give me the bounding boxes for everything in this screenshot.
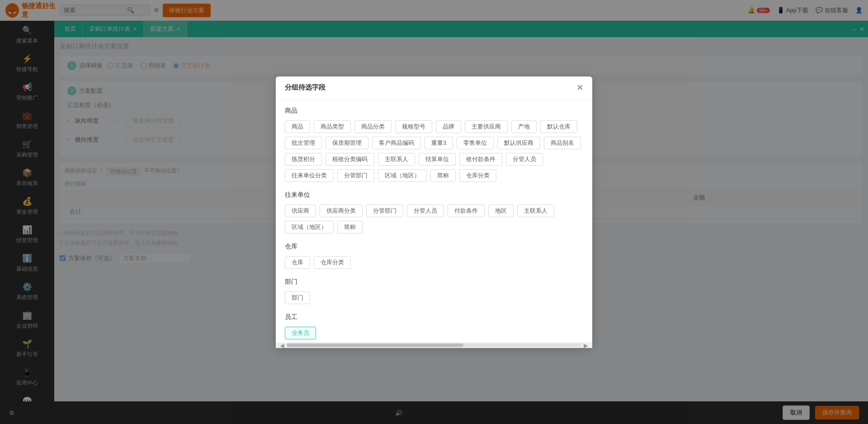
group-title-warehouse: 仓库 bbox=[285, 243, 583, 251]
chip-sup-short[interactable]: 简称 bbox=[337, 221, 363, 233]
field-chips-dept: 部门 bbox=[285, 291, 583, 304]
chip-sup-dept[interactable]: 分管部门 bbox=[366, 205, 403, 217]
chip-dept-mgmt[interactable]: 分管部门 bbox=[337, 169, 374, 182]
chip-short-name[interactable]: 简称 bbox=[430, 169, 456, 182]
field-select-modal: 分组待选字段 ✕ 商品 商品 商品类型 商品分类 规格型号 品牌 主要供应商 产… bbox=[276, 76, 592, 348]
chip-warehouse-category[interactable]: 仓库分类 bbox=[459, 169, 496, 182]
chip-supplier-category[interactable]: 供应商分类 bbox=[320, 205, 363, 217]
modal-close-button[interactable]: ✕ bbox=[576, 83, 583, 93]
modal-header: 分组待选字段 ✕ bbox=[276, 76, 592, 100]
group-title-dept: 部门 bbox=[285, 278, 583, 286]
field-group-warehouse: 仓库 仓库 仓库分类 bbox=[285, 243, 583, 269]
scroll-right-btn[interactable]: ▶ bbox=[581, 342, 590, 349]
chip-sales-rep[interactable]: 业务员 bbox=[285, 327, 316, 339]
chip-weight3[interactable]: 重量3 bbox=[425, 137, 453, 149]
chip-main-contact[interactable]: 主联系人 bbox=[378, 153, 415, 166]
chip-supervisor[interactable]: 分管人员 bbox=[506, 153, 543, 166]
chip-warehouse[interactable]: 仓库 bbox=[285, 256, 310, 269]
field-group-dept: 部门 部门 bbox=[285, 278, 583, 304]
chip-batch-mgmt[interactable]: 批次管理 bbox=[285, 137, 322, 149]
chip-tax-code[interactable]: 税收分类编码 bbox=[326, 153, 374, 166]
chip-goods[interactable]: 商品 bbox=[285, 120, 310, 133]
field-chips-goods: 商品 商品类型 商品分类 规格型号 品牌 主要供应商 产地 默认仓库 批次管理 … bbox=[285, 120, 583, 182]
group-title-partner: 往来单位 bbox=[285, 191, 583, 199]
chip-contact[interactable]: 主联系人 bbox=[517, 205, 554, 217]
modal-h-scrollbar[interactable]: ◀ ▶ bbox=[276, 343, 592, 348]
chip-customer-code[interactable]: 客户商品编码 bbox=[372, 137, 421, 149]
chip-area[interactable]: 地区 bbox=[488, 205, 514, 217]
modal-title: 分组待选字段 bbox=[285, 83, 326, 92]
field-chips-warehouse: 仓库 仓库分类 bbox=[285, 256, 583, 269]
chip-payment-terms[interactable]: 收付款条件 bbox=[459, 153, 502, 166]
chip-dept[interactable]: 部门 bbox=[285, 291, 310, 304]
h-scrollbar-track[interactable] bbox=[287, 343, 581, 347]
chip-region[interactable]: 区域（地区） bbox=[378, 169, 427, 182]
chip-retail-unit[interactable]: 零售单位 bbox=[457, 137, 494, 149]
scroll-left-btn[interactable]: ◀ bbox=[278, 342, 287, 349]
chip-expiry-mgmt[interactable]: 保质期管理 bbox=[326, 137, 368, 149]
field-chips-partner: 供应商 供应商分类 分管部门 分管人员 付款条件 地区 主联系人 区域（地区） … bbox=[285, 205, 583, 233]
chip-partner-category[interactable]: 往来单位分类 bbox=[285, 169, 334, 182]
chip-supplier[interactable]: 供应商 bbox=[285, 205, 316, 217]
chip-goods-category[interactable]: 商品分类 bbox=[354, 120, 392, 133]
field-group-goods: 商品 商品 商品类型 商品分类 规格型号 品牌 主要供应商 产地 默认仓库 批次… bbox=[285, 107, 583, 182]
chip-warehouse-cat[interactable]: 仓库分类 bbox=[314, 256, 351, 269]
chip-sup-person[interactable]: 分管人员 bbox=[407, 205, 444, 217]
chip-default-warehouse[interactable]: 默认仓库 bbox=[540, 120, 577, 133]
chip-settle-unit[interactable]: 结算单位 bbox=[419, 153, 456, 166]
modal-body[interactable]: 商品 商品 商品类型 商品分类 规格型号 品牌 主要供应商 产地 默认仓库 批次… bbox=[276, 100, 592, 343]
chip-brand[interactable]: 品牌 bbox=[436, 120, 461, 133]
chip-goods-alias[interactable]: 商品别名 bbox=[544, 137, 581, 149]
chip-payment-cond[interactable]: 付款条件 bbox=[448, 205, 485, 217]
chip-main-supplier[interactable]: 主要供应商 bbox=[465, 120, 508, 133]
group-title-employee: 员工 bbox=[285, 313, 583, 321]
chip-origin[interactable]: 产地 bbox=[511, 120, 537, 133]
field-chips-employee: 业务员 bbox=[285, 327, 583, 339]
chip-default-supplier[interactable]: 默认供应商 bbox=[497, 137, 540, 149]
modal-overlay: 分组待选字段 ✕ 商品 商品 商品类型 商品分类 规格型号 品牌 主要供应商 产… bbox=[0, 0, 868, 424]
chip-pick-score[interactable]: 拣货积分 bbox=[285, 153, 322, 166]
group-title-goods: 商品 bbox=[285, 107, 583, 115]
chip-sup-region[interactable]: 区域（地区） bbox=[285, 221, 334, 233]
chip-spec-model[interactable]: 规格型号 bbox=[395, 120, 432, 133]
chip-goods-type[interactable]: 商品类型 bbox=[314, 120, 351, 133]
field-group-partner: 往来单位 供应商 供应商分类 分管部门 分管人员 付款条件 地区 主联系人 区域… bbox=[285, 191, 583, 233]
h-scrollbar-thumb bbox=[287, 343, 463, 347]
field-group-employee: 员工 业务员 bbox=[285, 313, 583, 339]
